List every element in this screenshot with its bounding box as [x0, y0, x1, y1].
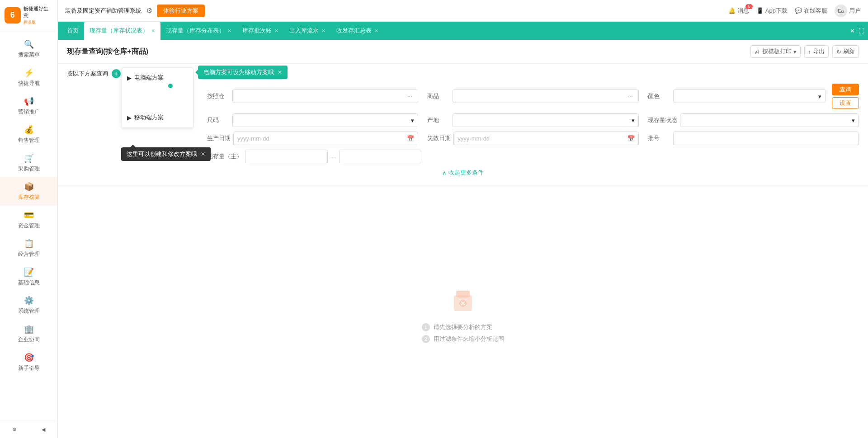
scheme-item-mobile[interactable]: ▶ 移动端方案 — [122, 111, 193, 124]
empty-state: 1 请先选择要分析的方案 2 用过滤条件来缩小分析范围 — [58, 186, 868, 438]
online-service-btn[interactable]: 💬 在线客服 — [795, 7, 827, 15]
color-select[interactable]: ▾ — [673, 89, 826, 103]
purchase-icon: 🛒 — [24, 153, 34, 163]
tooltip-pc-close[interactable]: ✕ — [278, 69, 282, 75]
tab-close-inventory-batch[interactable]: ✕ — [274, 28, 278, 34]
tab-close-recv-summary[interactable]: ✕ — [374, 28, 378, 34]
topbar-settings-icon[interactable]: ⚙ — [146, 6, 152, 15]
origin-select[interactable]: ▾ — [453, 113, 638, 127]
goods-select[interactable]: ··· — [453, 89, 638, 103]
print-dropdown-icon: ▾ — [793, 48, 797, 55]
goods-dots[interactable]: ··· — [626, 93, 635, 100]
refresh-btn[interactable]: ↻ 刷新 — [832, 45, 859, 58]
expire-date-input[interactable]: yyyy-mm-dd 📅 — [453, 132, 638, 145]
prod-date-input[interactable]: yyyy-mm-dd 📅 — [233, 132, 418, 145]
warehouse-dots[interactable]: ··· — [406, 93, 415, 100]
sidebar-item-system[interactable]: ⚙️ 系统管理 — [0, 291, 57, 320]
tab-close-all-icon[interactable]: ✕ — [850, 28, 855, 34]
filter-warehouse: 按照仓 ··· — [207, 84, 418, 109]
scheme-item-pc[interactable]: ▶ 电脑端方案 — [122, 71, 193, 84]
filter-origin: 产地 ▾ — [427, 113, 638, 127]
prod-date-calendar-icon[interactable]: 📅 — [407, 135, 414, 142]
scheme-tree: ▶ 电脑端方案 ▶ 移动端方案 — [121, 67, 193, 128]
expire-date-calendar-icon[interactable]: 📅 — [627, 135, 635, 142]
sidebar-item-inventory[interactable]: 📦 库存核算 — [0, 177, 57, 206]
trial-button[interactable]: 体验行业方案 — [157, 5, 205, 17]
logo-icon: 6 — [5, 7, 21, 24]
sidebar-bottom: ⚙ ◀ — [0, 421, 57, 438]
print-btn[interactable]: 🖨 按模板打印 ▾ — [750, 45, 801, 58]
scheme-arrow-pc: ▶ — [127, 75, 132, 81]
warehouse-label: 按照仓 — [207, 92, 230, 100]
sidebar-item-basic[interactable]: 📝 基础信息 — [0, 263, 57, 291]
service-icon: 💬 — [795, 7, 802, 14]
scheme-arrow-mobile: ▶ — [127, 114, 132, 121]
basic-icon: 📝 — [24, 267, 34, 277]
tab-close-inout-flow[interactable]: ✕ — [321, 28, 326, 34]
phone-icon: 📱 — [756, 7, 764, 14]
stock-qty-min[interactable] — [245, 150, 328, 163]
main-content: 装备及固定资产辅助管理系统 ⚙ 体验行业方案 🔔 消息 6 📱 App下载 💬 … — [58, 0, 868, 438]
app-download-btn[interactable]: 📱 App下载 — [756, 7, 788, 15]
inventory-icon: 📦 — [24, 182, 34, 192]
expire-date-label: 失效日期 — [427, 134, 451, 142]
stock-qty-label: 现存量（主） — [207, 152, 242, 160]
origin-label: 产地 — [427, 116, 450, 124]
stock-qty-max[interactable] — [339, 150, 422, 163]
tab-inventory-batch[interactable]: 库存批次账 ✕ — [237, 22, 284, 40]
tab-expand-icon[interactable]: ⛶ — [859, 28, 864, 34]
print-icon: 🖨 — [755, 48, 760, 55]
tooltip-pc: 电脑方案可设为移动方案哦 ✕ — [198, 66, 288, 79]
goods-label: 商品 — [427, 92, 450, 100]
sidebar-item-operations[interactable]: 📋 经营管理 — [0, 234, 57, 263]
filter-collapse-btn[interactable]: ∧ 收起更多条件 — [67, 165, 859, 180]
tab-recv-summary[interactable]: 收发存汇总表 ✕ — [331, 22, 384, 40]
filter-add-btn[interactable]: + — [112, 69, 121, 78]
tab-inout-flow[interactable]: 出入库流水 ✕ — [284, 22, 331, 40]
sidebar-item-guide[interactable]: 🎯 新手引导 — [0, 348, 57, 377]
search-icon: 🔍 — [24, 39, 34, 49]
filter-color: 颜色 ▾ 查询 设置 — [648, 84, 859, 109]
page-content: 现存量查询(按仓库+商品) 🖨 按模板打印 ▾ ↑ 导出 ↻ 刷新 — [58, 40, 868, 438]
warehouse-select[interactable]: ··· — [232, 89, 418, 103]
stock-status-select[interactable]: ▾ — [680, 113, 859, 127]
tab-inventory-dist[interactable]: 现存量（库存分布表） ✕ — [160, 22, 237, 40]
tab-close-inventory-dist[interactable]: ✕ — [227, 28, 231, 34]
export-btn[interactable]: ↑ 导出 — [804, 45, 829, 58]
tooltip-edit: 这里可以创建和修改方案哦 ✕ — [121, 147, 211, 161]
sidebar-collapse-btn[interactable]: ◀ — [38, 425, 49, 434]
sidebar-item-sales[interactable]: 💰 销售管理 — [0, 120, 57, 149]
tab-home[interactable]: 首页 — [61, 22, 84, 40]
filter-stock-status: 现存量状态 ▾ — [648, 113, 859, 127]
enterprise-icon: 🏢 — [24, 324, 34, 334]
notification-btn[interactable]: 🔔 消息 6 — [728, 7, 749, 15]
prod-date-label: 生产日期 — [207, 134, 231, 142]
filter-batch: 批号 — [648, 132, 859, 145]
bell-icon: 🔔 — [728, 7, 736, 14]
batch-label: 批号 — [648, 134, 670, 142]
tab-inventory-status[interactable]: 现存量（库存状况表） ✕ — [84, 22, 160, 40]
notification-badge: 6 — [745, 4, 753, 9]
collapse-chevron-icon: ∧ — [442, 170, 447, 176]
color-label: 颜色 — [648, 92, 670, 100]
sidebar-item-quick-nav[interactable]: ⚡ 快捷导航 — [0, 63, 57, 92]
sidebar-item-search[interactable]: 🔍 搜索菜单 — [0, 35, 57, 63]
search-btn[interactable]: 查询 — [832, 84, 859, 95]
batch-input[interactable] — [673, 132, 859, 145]
tooltip-edit-close[interactable]: ✕ — [201, 151, 205, 157]
sidebar-item-finance[interactable]: 💳 资金管理 — [0, 206, 57, 234]
empty-tip-2: 2 用过滤条件来缩小分析范围 — [422, 335, 504, 343]
sidebar-item-marketing[interactable]: 📢 营销推广 — [0, 92, 57, 120]
sidebar-item-enterprise[interactable]: 🏢 企业协同 — [0, 320, 57, 348]
refresh-icon: ↻ — [836, 48, 841, 55]
sidebar: 6 畅捷通好生意 标准版 🔍 搜索菜单 ⚡ 快捷导航 📢 营销推广 💰 销售管理… — [0, 0, 58, 438]
reset-btn[interactable]: 设置 — [832, 97, 859, 109]
sidebar-settings-btn[interactable]: ⚙ — [9, 425, 20, 434]
size-select[interactable]: ▾ — [232, 113, 418, 127]
user-menu[interactable]: Ea 用户 — [835, 5, 861, 17]
tab-close-inventory-status[interactable]: ✕ — [151, 28, 155, 34]
marketing-icon: 📢 — [24, 96, 34, 106]
top-bar: 装备及固定资产辅助管理系统 ⚙ 体验行业方案 🔔 消息 6 📱 App下载 💬 … — [58, 0, 868, 22]
filter-goods: 商品 ··· — [427, 84, 638, 109]
sidebar-item-purchase[interactable]: 🛒 采购管理 — [0, 149, 57, 177]
